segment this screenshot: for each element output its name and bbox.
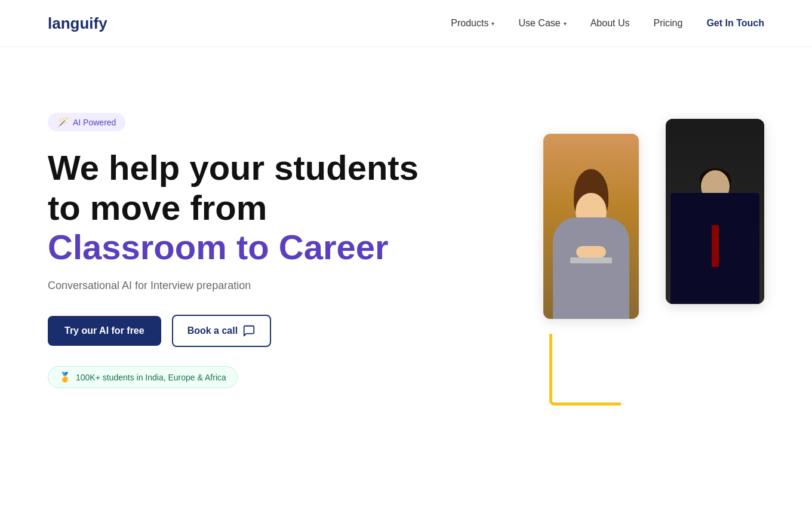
tie: [712, 225, 719, 267]
chevron-down-icon: ▾: [491, 20, 494, 27]
main-content: 🪄 AI Powered We help your students to mo…: [0, 47, 812, 453]
header: languify Products ▾ Use Case ▾ About Us …: [0, 0, 812, 47]
male-portrait: [666, 119, 764, 304]
wand-icon: 🪄: [57, 116, 69, 128]
hero-subtext: Conversational AI for Interview preparat…: [48, 279, 430, 292]
nav-get-in-touch[interactable]: Get In Touch: [706, 18, 764, 29]
photo-card-male: [666, 119, 764, 304]
students-badge-text: 100K+ students in India, Europe & Africa: [76, 373, 226, 382]
main-nav: Products ▾ Use Case ▾ About Us Pricing G…: [451, 18, 764, 29]
yellow-corner-bottom-left: [549, 334, 621, 406]
nav-pricing[interactable]: Pricing: [654, 18, 683, 29]
try-ai-button[interactable]: Try our AI for free: [48, 316, 161, 346]
nav-use-case[interactable]: Use Case ▾: [518, 18, 566, 29]
hero-heading-before: We help your students to move from: [48, 148, 419, 227]
chat-bubble-icon: [242, 324, 256, 337]
female-portrait: [543, 134, 639, 319]
hands: [576, 246, 606, 258]
medal-icon: 🥇: [59, 371, 71, 383]
book-call-button[interactable]: Book a call: [172, 315, 271, 347]
students-badge: 🥇 100K+ students in India, Europe & Afri…: [48, 366, 238, 388]
photo-card-female: [543, 134, 639, 319]
ai-powered-badge: 🪄 AI Powered: [48, 113, 125, 131]
book-call-label: Book a call: [187, 325, 238, 336]
nav-about-us[interactable]: About Us: [590, 18, 630, 29]
svg-text:languify: languify: [48, 14, 107, 32]
body: [553, 217, 629, 320]
hero-left: 🪄 AI Powered We help your students to mo…: [48, 95, 430, 388]
logo: languify: [48, 11, 125, 36]
hero-heading: We help your students to move from Class…: [48, 148, 430, 268]
hero-right-images: [525, 101, 764, 417]
laptop: [570, 257, 612, 263]
chevron-down-icon: ▾: [564, 20, 567, 27]
hero-heading-highlight: Classroom to Career: [48, 228, 389, 266]
nav-products[interactable]: Products ▾: [451, 18, 494, 29]
cta-button-group: Try our AI for free Book a call: [48, 315, 430, 347]
ai-badge-text: AI Powered: [73, 118, 116, 127]
